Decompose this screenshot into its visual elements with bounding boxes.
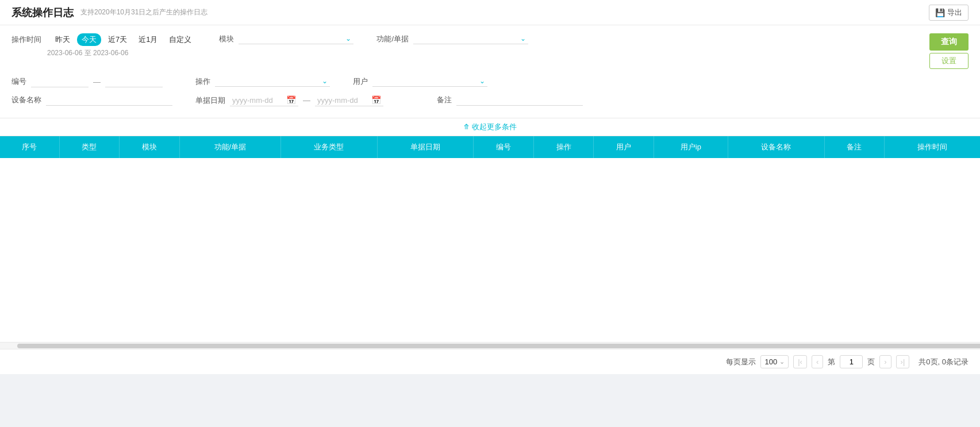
time-btn-yesterday[interactable]: 昨天: [51, 33, 75, 46]
next-page-button[interactable]: ›: [879, 355, 891, 368]
operation-label: 操作: [195, 76, 210, 87]
filter-area: 操作时间 昨天 今天 近7天 近1月 自定义 2023-06-06 至 2023…: [0, 25, 980, 118]
export-label: 导出: [947, 7, 962, 18]
col-module: 模块: [120, 136, 179, 158]
data-table: 序号 类型 模块 功能/单据 业务类型 单据日期 编号 操作 用户 用户ip 设…: [0, 136, 980, 158]
export-button[interactable]: 💾 导出: [929, 5, 969, 21]
action-buttons: 查询 设置: [929, 33, 969, 69]
time-filter: 操作时间 昨天 今天 近7天 近1月 自定义 2023-06-06 至 2023…: [11, 33, 196, 58]
page-size-select[interactable]: 100 ⌄: [760, 355, 789, 368]
time-buttons: 昨天 今天 近7天 近1月 自定义: [51, 33, 196, 46]
feature-label: 功能/单据: [376, 34, 409, 44]
table-container: 序号 类型 模块 功能/单据 业务类型 单据日期 编号 操作 用户 用户ip 设…: [0, 136, 980, 158]
last-page-button[interactable]: ›|: [896, 355, 910, 368]
user-select[interactable]: ⌄: [372, 76, 487, 87]
scrollbar-thumb[interactable]: [17, 344, 980, 348]
device-label: 设备名称: [11, 95, 41, 105]
col-feature: 功能/单据: [179, 136, 280, 158]
filter-row-2: 编号 — 操作 ⌄ 用户 ⌄: [11, 76, 969, 87]
voucher-date-label: 单据日期: [195, 95, 225, 106]
collapse-icon: ⤊: [463, 122, 470, 131]
feature-select[interactable]: ⌄: [413, 33, 528, 44]
time-label: 操作时间: [11, 34, 41, 45]
date-start-input[interactable]: [232, 96, 284, 105]
page-subtitle: 支持2020年10月31日之后产生的操作日志: [80, 7, 207, 17]
page-header: 系统操作日志 支持2020年10月31日之后产生的操作日志 💾 导出: [0, 0, 980, 25]
number-input-start[interactable]: [31, 76, 89, 87]
time-btn-custom[interactable]: 自定义: [164, 33, 196, 46]
time-range: 2023-06-06 至 2023-06-06: [47, 48, 128, 58]
col-type: 类型: [59, 136, 119, 158]
date-start-wrapper: 📅: [230, 94, 298, 106]
date-divider: —: [303, 96, 310, 105]
number-label: 编号: [11, 76, 26, 87]
remark-label: 备注: [437, 95, 452, 105]
page-summary: 共0页, 0条记录: [918, 357, 969, 367]
header-left: 系统操作日志 支持2020年10月31日之后产生的操作日志: [11, 6, 207, 20]
operation-filter: 操作 ⌄: [195, 76, 330, 87]
table-header: 序号 类型 模块 功能/单据 业务类型 单据日期 编号 操作 用户 用户ip 设…: [0, 136, 980, 158]
first-page-button[interactable]: |‹: [793, 355, 807, 368]
scrollbar-area[interactable]: [0, 342, 980, 349]
scrollbar-inner: [0, 344, 980, 349]
table-header-row: 序号 类型 模块 功能/单据 业务类型 单据日期 编号 操作 用户 用户ip 设…: [0, 136, 980, 158]
page-size-value: 100: [764, 357, 777, 366]
number-filter: 编号 —: [11, 76, 172, 87]
device-input[interactable]: [46, 94, 172, 106]
col-biz-type: 业务类型: [281, 136, 378, 158]
feature-filter: 功能/单据 ⌄: [376, 33, 528, 44]
prev-page-button[interactable]: ‹: [812, 355, 823, 368]
module-filter: 模块 ⌄: [219, 33, 353, 44]
collapse-label: 收起更多条件: [472, 122, 517, 131]
date-end-wrapper: 📅: [315, 94, 383, 106]
col-remark: 备注: [824, 136, 884, 158]
time-btn-7days[interactable]: 近7天: [103, 33, 132, 46]
user-label: 用户: [353, 76, 368, 87]
chevron-down-icon-page: ⌄: [779, 358, 785, 366]
col-number: 编号: [474, 136, 533, 158]
chevron-down-icon-2: ⌄: [520, 34, 526, 43]
filter-row-3: 设备名称 单据日期 📅 — 📅 备注: [11, 94, 969, 106]
remark-filter: 备注: [437, 94, 583, 106]
number-divider: —: [93, 78, 101, 86]
page-title: 系统操作日志: [11, 6, 74, 20]
per-page-label: 每页显示: [726, 357, 756, 367]
collapse-bar[interactable]: ⤊ 收起更多条件: [0, 118, 980, 136]
device-filter: 设备名称: [11, 94, 172, 106]
page-label: 第: [828, 357, 835, 367]
col-op-time: 操作时间: [884, 136, 980, 158]
col-user: 用户: [594, 136, 654, 158]
settings-button[interactable]: 设置: [929, 53, 969, 69]
operation-select[interactable]: ⌄: [215, 76, 330, 87]
pagination-area: 每页显示 100 ⌄ |‹ ‹ 第 页 › ›| 共0页, 0条记录: [0, 349, 980, 374]
time-btn-today[interactable]: 今天: [77, 33, 101, 46]
calendar-icon-end[interactable]: 📅: [371, 95, 381, 105]
module-label: 模块: [219, 34, 234, 44]
date-end-input[interactable]: [317, 96, 369, 105]
filter-row-1: 操作时间 昨天 今天 近7天 近1月 自定义 2023-06-06 至 2023…: [11, 33, 969, 69]
chevron-down-icon-4: ⌄: [479, 77, 485, 85]
chevron-down-icon-3: ⌄: [322, 77, 328, 85]
page-suffix: 页: [867, 357, 875, 367]
time-btn-1month[interactable]: 近1月: [134, 33, 162, 46]
empty-area: [0, 158, 980, 342]
module-select[interactable]: ⌄: [239, 33, 353, 44]
col-device: 设备名称: [728, 136, 824, 158]
voucher-date-filter: 单据日期 📅 — 📅: [195, 94, 414, 106]
query-button[interactable]: 查询: [929, 33, 969, 51]
col-seq: 序号: [0, 136, 59, 158]
user-filter: 用户 ⌄: [353, 76, 487, 87]
col-user-ip: 用户ip: [654, 136, 728, 158]
col-operation: 操作: [533, 136, 593, 158]
export-icon: 💾: [935, 8, 945, 17]
remark-input[interactable]: [456, 94, 583, 106]
col-voucher-date: 单据日期: [377, 136, 474, 158]
page-input[interactable]: [840, 355, 863, 368]
number-input-end[interactable]: [105, 76, 163, 87]
chevron-down-icon: ⌄: [345, 34, 351, 43]
calendar-icon-start[interactable]: 📅: [286, 95, 296, 105]
